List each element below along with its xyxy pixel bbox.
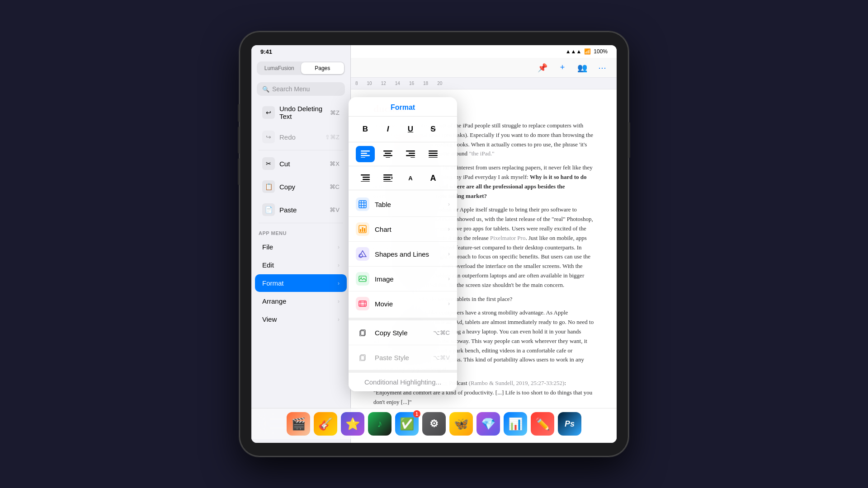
- movie-icon: [356, 297, 369, 310]
- arrange-label: Arrange: [262, 297, 338, 305]
- copy-style-label: Copy Style: [375, 329, 433, 337]
- indent-button[interactable]: [356, 170, 375, 186]
- mute-button[interactable]: [238, 104, 240, 122]
- paste-style-item[interactable]: Paste Style ⌥⌘V: [349, 345, 457, 370]
- font-size-large-button[interactable]: A: [424, 170, 443, 186]
- paste-label: Paste: [279, 206, 330, 214]
- cut-label: Cut: [279, 160, 330, 168]
- editor-toolbar: 📌 + 👥 ⋯: [351, 58, 617, 78]
- movie-menu-item[interactable]: Movie ›: [349, 291, 457, 316]
- dock-app-reeder[interactable]: ⭐: [341, 412, 364, 436]
- image-menu-item[interactable]: Image ›: [349, 267, 457, 291]
- tab-lumafusion[interactable]: LumaFusion: [258, 62, 301, 74]
- svg-rect-12: [429, 150, 438, 152]
- svg-rect-11: [410, 157, 415, 158]
- menu-item-copy[interactable]: 📋 Copy ⌘C: [255, 175, 347, 198]
- align-center-button[interactable]: [378, 146, 397, 162]
- dock-app-lumafusion[interactable]: 🎬: [287, 412, 310, 436]
- menu-item-undo[interactable]: ↩ Undo Deleting Text ⌘Z: [255, 100, 347, 125]
- copy-style-shortcut: ⌥⌘C: [433, 329, 450, 336]
- dock-app-pencil[interactable]: ✏️: [531, 412, 554, 436]
- add-icon[interactable]: +: [555, 61, 570, 75]
- copy-style-item[interactable]: Copy Style ⌥⌘C: [349, 320, 457, 345]
- menu-item-format[interactable]: Format ›: [255, 274, 347, 292]
- svg-rect-22: [383, 179, 391, 180]
- dock-app-commander[interactable]: ⚙: [422, 412, 446, 436]
- svg-rect-18: [363, 179, 370, 180]
- chart-menu-item[interactable]: Chart ›: [349, 217, 457, 242]
- strikethrough-button[interactable]: S: [424, 121, 443, 137]
- font-size-small-button[interactable]: A: [401, 170, 420, 186]
- svg-rect-16: [361, 174, 370, 176]
- dock-app-garageband[interactable]: 🎸: [314, 412, 337, 436]
- conditional-highlighting[interactable]: Conditional Highlighting...: [349, 373, 457, 391]
- cut-icon: ✂: [262, 157, 275, 170]
- volume-up-button[interactable]: [238, 127, 240, 154]
- file-chevron: ›: [338, 244, 340, 250]
- underline-button[interactable]: U: [401, 121, 420, 137]
- pin-icon[interactable]: 📌: [535, 61, 550, 75]
- power-button[interactable]: [628, 122, 630, 158]
- wifi-icon: 📶: [584, 48, 591, 55]
- ruler-mark: 16: [409, 81, 414, 86]
- view-chevron: ›: [338, 316, 340, 323]
- italic-button[interactable]: I: [378, 121, 397, 137]
- dock-app-spotify[interactable]: ♪: [368, 412, 392, 436]
- svg-rect-3: [361, 157, 365, 158]
- dock-app-tasks[interactable]: ✅ 1: [395, 412, 419, 436]
- menu-item-arrange[interactable]: Arrange ›: [255, 292, 347, 310]
- svg-rect-31: [360, 229, 361, 232]
- ruler-mark: 14: [395, 81, 400, 86]
- ruler-mark: 20: [437, 81, 442, 86]
- redo-shortcut: ⇧⌘Z: [325, 134, 340, 141]
- dock-app-keynote[interactable]: 📊: [504, 412, 527, 436]
- svg-rect-5: [385, 153, 391, 154]
- format-title: Format: [349, 97, 457, 117]
- file-label: File: [262, 243, 338, 251]
- volume-down-button[interactable]: [238, 158, 240, 185]
- left-panel: LumaFusion Pages 🔍 Search Menu ↩ Undo De…: [251, 45, 351, 443]
- menu-item-redo[interactable]: ↪ Redo ⇧⌘Z: [255, 126, 347, 148]
- align-left-button[interactable]: [356, 146, 375, 162]
- ruler-mark: 18: [423, 81, 428, 86]
- chart-label: Chart: [375, 225, 448, 233]
- table-chevron: ›: [448, 201, 450, 207]
- tab-pages[interactable]: Pages: [301, 62, 344, 74]
- shapes-menu-item[interactable]: Shapes and Lines ›: [349, 242, 457, 267]
- ruler-mark: 12: [381, 81, 386, 86]
- align-right-button[interactable]: [401, 146, 420, 162]
- table-menu-item[interactable]: Table ›: [349, 192, 457, 217]
- format-panel: Format B I U S: [349, 97, 457, 391]
- status-time: 9:41: [260, 48, 272, 55]
- menu-item-edit[interactable]: Edit ›: [255, 256, 347, 274]
- menu-item-view[interactable]: View ›: [255, 310, 347, 328]
- svg-rect-7: [386, 157, 390, 158]
- svg-rect-19: [361, 181, 370, 182]
- bold-button[interactable]: B: [356, 121, 375, 137]
- view-label: View: [262, 315, 338, 323]
- menu-item-cut[interactable]: ✂ Cut ⌘X: [255, 152, 347, 175]
- redo-icon: ↪: [262, 131, 275, 143]
- menu-item-paste[interactable]: 📄 Paste ⌘V: [255, 198, 347, 221]
- shapes-label: Shapes and Lines: [375, 250, 448, 258]
- justify-button[interactable]: [424, 146, 443, 162]
- table-label: Table: [375, 201, 448, 208]
- svg-rect-15: [429, 157, 438, 158]
- svg-rect-25: [359, 201, 366, 208]
- outdent-button[interactable]: [378, 170, 397, 186]
- search-bar[interactable]: 🔍 Search Menu: [257, 82, 345, 96]
- ipad-frame: 9:41 ▲▲▲ 📶 100% LumaFusion Pages 🔍 Searc…: [240, 32, 628, 456]
- ruler-marks: 8 10 12 14 16 18 20: [355, 81, 442, 86]
- more-icon[interactable]: ⋯: [595, 61, 609, 75]
- dock-app-gems[interactable]: 💎: [476, 412, 500, 436]
- users-icon[interactable]: 👥: [575, 61, 590, 75]
- battery-icon: 100%: [594, 48, 608, 55]
- format-insert-items: Table › Chart › Shapes a: [349, 190, 457, 318]
- movie-label: Movie: [375, 300, 448, 308]
- menu-item-file[interactable]: File ›: [255, 238, 347, 256]
- search-icon: 🔍: [262, 86, 269, 93]
- menu-list: ↩ Undo Deleting Text ⌘Z ↪ Redo ⇧⌘Z ✂: [251, 99, 350, 443]
- dock-app-photoshop[interactable]: Ps: [558, 412, 581, 436]
- paste-icon: 📄: [262, 203, 275, 216]
- dock-app-pockity[interactable]: 🦋: [449, 412, 473, 436]
